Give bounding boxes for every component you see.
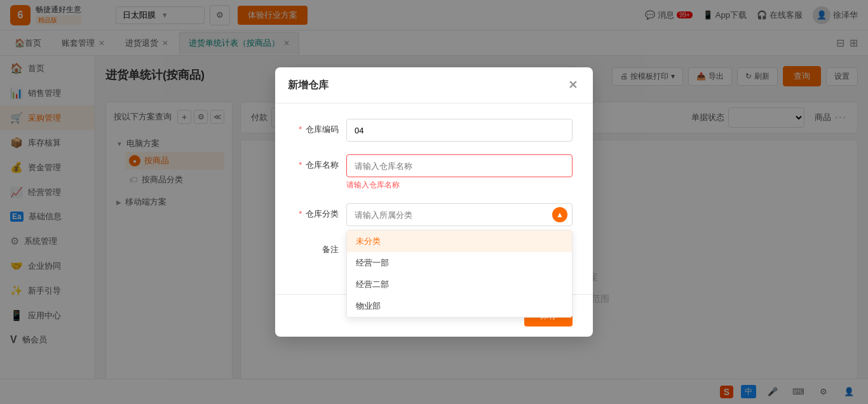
category-label: * 仓库分类 <box>295 203 346 220</box>
dropdown-item-dept2[interactable]: 经营二部 <box>347 274 572 295</box>
dropdown-item-dept1[interactable]: 经营一部 <box>347 252 572 274</box>
form-row-name: * 仓库名称 请输入仓库名称 <box>295 154 573 191</box>
dropdown-item-uncategorized[interactable]: 未分类 <box>347 231 572 252</box>
modal-header: 新增仓库 ✕ <box>275 67 593 104</box>
form-row-code: * 仓库编码 <box>295 119 573 142</box>
form-row-category: * 仓库分类 ▲ 未分类 经营一部 经营二部 物业部 <box>295 203 573 226</box>
code-input[interactable] <box>346 119 573 142</box>
modal-title: 新增仓库 <box>288 79 329 92</box>
name-field: 请输入仓库名称 <box>346 154 573 191</box>
dropdown-item-dept3[interactable]: 物业部 <box>347 295 572 317</box>
name-input[interactable] <box>346 154 573 177</box>
modal-add-warehouse: 新增仓库 ✕ * 仓库编码 * 仓库名称 <box>275 67 593 337</box>
name-label: * 仓库名称 <box>295 154 346 171</box>
category-field: ▲ 未分类 经营一部 经营二部 物业部 <box>346 203 573 226</box>
modal-overlay[interactable]: 新增仓库 ✕ * 仓库编码 * 仓库名称 <box>0 0 868 404</box>
code-field <box>346 119 573 142</box>
modal-body: * 仓库编码 * 仓库名称 请输入仓库名称 <box>275 104 593 294</box>
name-error-msg: 请输入仓库名称 <box>346 180 573 191</box>
category-dropdown: 未分类 经营一部 经营二部 物业部 <box>346 230 573 318</box>
remark-label: 备注 <box>295 239 346 255</box>
code-label: * 仓库编码 <box>295 119 346 135</box>
modal-close-button[interactable]: ✕ <box>565 77 580 93</box>
category-toggle-icon[interactable]: ▲ <box>552 207 567 222</box>
category-input[interactable] <box>346 203 573 226</box>
